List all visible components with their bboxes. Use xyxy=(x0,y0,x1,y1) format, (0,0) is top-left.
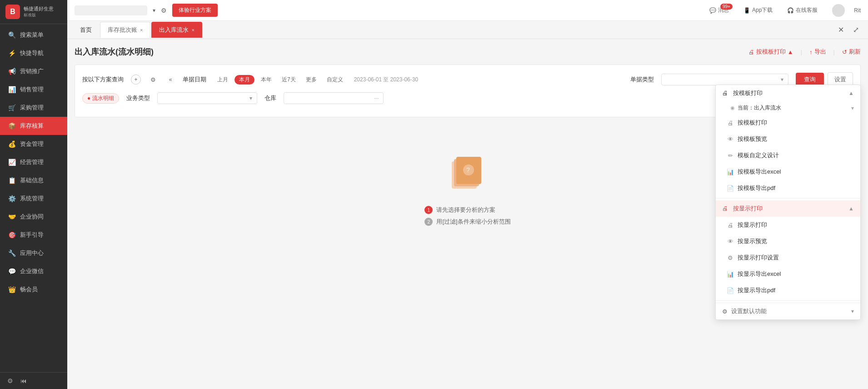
template-pdf-icon: 📄 xyxy=(727,185,734,192)
sidebar-item-finance[interactable]: 💰 资金管理 xyxy=(0,135,67,153)
page-header: 出入库流水(流水明细) 🖨 按模板打印 ▲ | ↑ 导出 | ↺ 刷新 xyxy=(75,46,861,57)
template-section-arrow: ▲ xyxy=(848,90,854,96)
sidebar-item-sales-label: 销售管理 xyxy=(20,85,44,94)
topbar: ▾ ⚙ 体验行业方案 💬 消息 99+ 📱 App下载 🎧 在线客服 Rit xyxy=(67,0,868,21)
date-last-7days-btn[interactable]: 近7天 xyxy=(278,75,299,85)
flow-detail-label: 流水明细 xyxy=(92,95,114,102)
dropdown-item-template-print[interactable]: 🖨 按模板打印 xyxy=(716,115,860,131)
app-name-container: 畅捷通好生意 标准版 xyxy=(24,5,54,18)
tab-close-all-btn[interactable]: ✕ xyxy=(834,24,848,36)
dropdown-item-display-pdf[interactable]: 📄 按显示导出pdf xyxy=(716,282,860,299)
sidebar-item-system[interactable]: ⚙️ 系统管理 xyxy=(0,190,67,208)
sidebar-item-basic[interactable]: 📋 基础信息 xyxy=(0,171,67,190)
message-btn[interactable]: 💬 消息 99+ xyxy=(709,6,729,14)
online-service-btn[interactable]: 🎧 在线客服 xyxy=(787,6,818,14)
date-custom-btn[interactable]: 自定义 xyxy=(323,75,347,85)
flow-detail-tag[interactable]: ● 流水明细 xyxy=(82,93,119,104)
filter-collapse-btn[interactable]: « xyxy=(165,75,175,85)
tab-inventory-batch[interactable]: 库存批次账 × xyxy=(100,22,150,38)
business-type-select[interactable]: ▾ xyxy=(157,92,257,104)
tab-home[interactable]: 首页 xyxy=(73,22,99,38)
refresh-btn[interactable]: ↺ 刷新 xyxy=(842,48,861,56)
sidebar-item-wechat[interactable]: 💬 企业微信 xyxy=(0,262,67,280)
print-template-btn[interactable]: 🖨 按模板打印 ▲ xyxy=(748,48,793,56)
trial-button[interactable]: 体验行业方案 xyxy=(172,4,218,17)
basic-icon: 📋 xyxy=(7,176,16,185)
sidebar-item-member[interactable]: 👑 畅会员 xyxy=(0,280,67,299)
filter-settings-btn[interactable]: ⚙ xyxy=(148,75,158,85)
filter-add-btn[interactable]: + xyxy=(131,75,141,85)
warehouse-select[interactable]: ··· xyxy=(284,92,384,104)
dropdown-item-template-pdf[interactable]: 📄 按模板导出pdf xyxy=(716,180,860,196)
date-this-year-btn[interactable]: 本年 xyxy=(257,75,275,85)
dropdown-item-display-preview[interactable]: 👁 按显示预览 xyxy=(716,233,860,249)
sidebar-item-guide[interactable]: 🎯 新手引导 xyxy=(0,226,67,244)
topbar-dropdown-arrow[interactable]: ▾ xyxy=(153,7,155,14)
sidebar-item-purchase[interactable]: 🛒 采购管理 xyxy=(0,99,67,117)
date-last-month-btn[interactable]: 上月 xyxy=(214,75,232,85)
tab-inventory-batch-close[interactable]: × xyxy=(140,27,143,33)
sidebar-item-enterprise[interactable]: 🤝 企业协同 xyxy=(0,208,67,226)
purchase-icon: 🛒 xyxy=(7,103,16,112)
current-template-icon: ◉ xyxy=(730,105,735,111)
display-print-header-label: 按显示打印 xyxy=(733,204,848,213)
collapse-icon[interactable]: ⏮ xyxy=(20,377,27,384)
display-print-section-header[interactable]: 🖨 按显示打印 ▲ xyxy=(716,200,860,217)
empty-svg: ? xyxy=(445,150,490,195)
sidebar-item-quick-nav[interactable]: ⚡ 快捷导航 xyxy=(0,44,67,62)
date-this-month-btn[interactable]: 本月 xyxy=(234,75,254,85)
dropdown-item-display-print[interactable]: 🖨 按显示打印 xyxy=(716,217,860,233)
print-icon: 🖨 xyxy=(748,49,754,55)
dropdown-item-display-print-settings[interactable]: ⚙ 按显示打印设置 xyxy=(716,249,860,266)
sidebar-item-quick-nav-label: 快捷导航 xyxy=(20,49,44,57)
user-avatar[interactable] xyxy=(832,4,845,17)
date-more-btn[interactable]: 更多 xyxy=(302,75,320,85)
wechat-icon: 💬 xyxy=(7,267,16,276)
template-print-section-header[interactable]: 🖨 按模板打印 ▲ xyxy=(716,85,860,101)
search-input[interactable] xyxy=(75,5,147,15)
dropdown-item-display-excel[interactable]: 📊 按显示导出excel xyxy=(716,266,860,282)
voucher-type-select[interactable]: ▾ xyxy=(661,74,788,85)
sidebar-item-search-label: 搜索菜单 xyxy=(20,31,44,39)
tab-bar-controls: ✕ ⤢ xyxy=(834,24,863,36)
empty-step-1: 1 请先选择要分析的方案 xyxy=(424,206,510,214)
sidebar-item-inventory[interactable]: 📦 库存核算 xyxy=(0,117,67,135)
app-download-btn[interactable]: 📱 App下载 xyxy=(743,6,773,14)
dropdown-divider xyxy=(716,198,860,199)
sidebar-logo: B 畅捷通好生意 标准版 xyxy=(0,0,67,24)
print-chevron-icon: ▲ xyxy=(788,49,793,55)
template-print-header-label: 按模板打印 xyxy=(733,89,848,97)
settings-icon[interactable]: ⚙ xyxy=(7,377,13,384)
sidebar-item-wechat-label: 企业微信 xyxy=(20,267,44,275)
footer-settings-icon: ⚙ xyxy=(722,308,728,315)
topbar-right: 💬 消息 99+ 📱 App下载 🎧 在线客服 Rit xyxy=(709,4,861,17)
export-icon: ↑ xyxy=(809,49,813,55)
tab-inout-flow[interactable]: 出入库流水 × xyxy=(151,22,202,38)
sidebar-item-operation[interactable]: 📈 经营管理 xyxy=(0,153,67,171)
app-download-icon: 📱 xyxy=(743,7,750,14)
tab-inout-flow-close[interactable]: × xyxy=(191,27,194,33)
step1-num: 1 xyxy=(424,206,433,214)
app-logo-icon: B xyxy=(5,5,20,19)
topbar-gear-icon[interactable]: ⚙ xyxy=(161,7,167,14)
tabbar: 首页 库存批次账 × 出入库流水 × ✕ ⤢ xyxy=(67,21,868,39)
sidebar: B 畅捷通好生意 标准版 🔍 搜索菜单 ⚡ 快捷导航 📢 营销推广 📊 销售管理… xyxy=(0,0,67,389)
dropdown-item-template-preview[interactable]: 👁 按模板预览 xyxy=(716,131,860,147)
current-template-label: 当前：出入库流水 xyxy=(738,104,781,112)
dropdown-footer-default-settings[interactable]: ⚙ 设置默认功能 ▾ xyxy=(716,303,860,319)
headset-icon: 🎧 xyxy=(787,7,794,14)
sidebar-item-marketing[interactable]: 📢 营销推广 xyxy=(0,62,67,80)
display-print-icon: 🖨 xyxy=(727,221,734,229)
username-label: Rit xyxy=(854,7,861,14)
warehouse-label: 仓库 xyxy=(264,94,276,102)
sidebar-item-sales[interactable]: 📊 销售管理 xyxy=(0,80,67,99)
quick-nav-icon: ⚡ xyxy=(7,49,16,58)
sidebar-item-app-center[interactable]: 🔧 应用中心 xyxy=(0,244,67,262)
dropdown-item-template-excel[interactable]: 📊 按模板导出excel xyxy=(716,164,860,180)
export-btn[interactable]: ↑ 导出 xyxy=(809,48,826,56)
tab-expand-btn[interactable]: ⤢ xyxy=(849,24,863,36)
current-template-arrow: ▾ xyxy=(851,105,854,111)
print-dropdown-panel: 🖨 按模板打印 ▲ ◉ 当前：出入库流水 ▾ 🖨 按模板打印 👁 按模板预览 ✏ xyxy=(715,85,861,320)
sidebar-item-search[interactable]: 🔍 搜索菜单 xyxy=(0,26,67,44)
dropdown-item-template-custom[interactable]: ✏ 模板自定义设计 xyxy=(716,147,860,164)
